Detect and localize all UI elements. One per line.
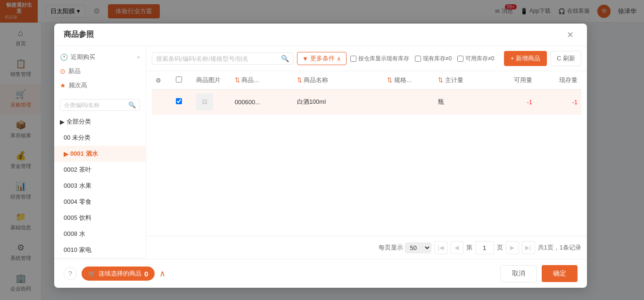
page-size-label: 每页显示 bbox=[379, 243, 403, 252]
category-item-0004[interactable]: 0004 零食 bbox=[54, 194, 146, 210]
category-panel: 🕐 近期购买 » ⊙ 新品 ★ 频次高 🔍 ▶ 全部分类 bbox=[54, 46, 146, 259]
filter-has-stock-label[interactable]: 现有库存≠0 bbox=[415, 55, 452, 63]
page-label: 第 bbox=[466, 243, 472, 252]
page-size-selector: 每页显示 10 20 50 100 bbox=[379, 242, 431, 253]
modal-close-button[interactable]: ✕ bbox=[562, 27, 578, 42]
triangle-right-icon: ▶ bbox=[60, 118, 65, 125]
chevron-up-icon[interactable]: ∧ bbox=[159, 268, 165, 279]
category-item-0008[interactable]: 0008 水 bbox=[54, 226, 146, 242]
col-header-image: 商品图片 bbox=[192, 71, 231, 90]
filter-available-stock-checkbox[interactable] bbox=[457, 56, 463, 62]
col-header-code[interactable]: ⇅ 商品... bbox=[231, 71, 293, 90]
add-product-button[interactable]: + 新增商品 bbox=[504, 51, 547, 66]
first-page-button[interactable]: |◀ bbox=[434, 241, 447, 254]
product-reference-modal: 商品参照 ✕ 🕐 近期购买 » ⊙ 新品 ★ 频次高 🔍 bbox=[54, 24, 587, 288]
category-search-icon: 🔍 bbox=[128, 101, 136, 108]
recent-buy-label: 近期购买 bbox=[71, 53, 95, 61]
filter-icon: ▼ bbox=[302, 55, 308, 62]
category-item-00[interactable]: 00 未分类 bbox=[54, 130, 146, 146]
continuous-select-button[interactable]: 🛒 连续选择的商品 0 bbox=[82, 267, 155, 281]
pagination-bar: 每页显示 10 20 50 100 |◀ ◀ 第 页 ▶ ▶| 共1页，1条记录 bbox=[146, 236, 587, 259]
category-label-0003: 0003 水果 bbox=[64, 182, 91, 190]
category-item-0005[interactable]: 0005 饮料 bbox=[54, 210, 146, 226]
row-check[interactable] bbox=[172, 90, 192, 115]
cart-count: 0 bbox=[144, 270, 148, 278]
page-number-input[interactable] bbox=[475, 241, 494, 254]
active-arrow-icon: ▶ bbox=[64, 150, 68, 158]
modal-footer: ? 🛒 连续选择的商品 0 ∧ 取消 确定 bbox=[54, 259, 587, 288]
category-item-0002[interactable]: 0002 茶叶 bbox=[54, 162, 146, 178]
category-label-0002: 0002 茶叶 bbox=[64, 166, 91, 174]
filter-bar: 🔍 ▼ 更多条件 ∧ 按仓库显示现有库存 现有库存≠0 bbox=[146, 46, 587, 71]
category-item-0003[interactable]: 0003 水果 bbox=[54, 178, 146, 194]
product-thumbnail: 🖼 bbox=[196, 93, 213, 110]
filter-available-stock-label[interactable]: 可用库存≠0 bbox=[457, 55, 494, 63]
col-header-check[interactable] bbox=[172, 71, 192, 90]
cart-label: 连续选择的商品 bbox=[99, 269, 141, 278]
page-size-select[interactable]: 10 20 50 100 bbox=[405, 242, 431, 253]
col-header-spec[interactable]: ⇅ 规格... bbox=[383, 71, 434, 90]
row-available: -1 bbox=[479, 90, 536, 115]
col-header-settings[interactable]: ⚙ bbox=[152, 71, 172, 90]
row-settings bbox=[152, 90, 172, 115]
new-icon: ⊙ bbox=[60, 67, 66, 75]
sort-arrow-unit: ⇅ bbox=[438, 76, 443, 83]
category-item-0010[interactable]: 0010 家电 bbox=[54, 242, 146, 258]
category-code-00: 00 未分类 bbox=[64, 133, 91, 142]
filter-more-button[interactable]: ▼ 更多条件 ∧ bbox=[297, 52, 347, 65]
new-products-label: 新品 bbox=[68, 67, 81, 75]
clock-icon: 🕐 bbox=[60, 53, 68, 61]
refresh-button[interactable]: C 刷新 bbox=[551, 51, 581, 66]
col-header-name[interactable]: ⇅ 商品名称 bbox=[293, 71, 384, 90]
next-page-button[interactable]: ▶ bbox=[506, 241, 519, 254]
filter-show-inventory-checkbox[interactable] bbox=[350, 56, 356, 62]
confirm-button[interactable]: 确定 bbox=[542, 265, 578, 282]
prev-page-button[interactable]: ◀ bbox=[450, 241, 463, 254]
category-search-bar: 🔍 bbox=[60, 99, 140, 111]
filter-checkboxes: 按仓库显示现有库存 现有库存≠0 可用库存≠0 bbox=[350, 55, 495, 63]
product-table-wrap: ⚙ 商品图片 ⇅ 商品... ⇅ 商品名称 ⇅ 规格... bbox=[146, 71, 587, 236]
page-unit: 页 bbox=[497, 243, 503, 252]
high-frequency-label: 频次高 bbox=[69, 81, 87, 90]
col-header-unit[interactable]: ⇅ 主计量 bbox=[434, 71, 479, 90]
category-label-0008: 0008 水 bbox=[64, 230, 85, 238]
search-icon: 🔍 bbox=[281, 55, 289, 62]
select-all-checkbox[interactable] bbox=[176, 76, 182, 83]
filter-show-inventory-label[interactable]: 按仓库显示现有库存 bbox=[350, 55, 409, 63]
last-page-button[interactable]: ▶| bbox=[522, 241, 535, 254]
product-table: ⚙ 商品图片 ⇅ 商品... ⇅ 商品名称 ⇅ 规格... bbox=[152, 71, 581, 115]
row-image: 🖼 bbox=[192, 90, 231, 115]
category-search-input[interactable] bbox=[64, 102, 126, 108]
sort-arrow-spec: ⇅ bbox=[387, 76, 392, 83]
collapse-btn[interactable]: » bbox=[137, 54, 140, 60]
high-frequency-item[interactable]: ★ 频次高 bbox=[54, 78, 146, 92]
help-button[interactable]: ? bbox=[64, 267, 77, 280]
new-products-item[interactable]: ⊙ 新品 bbox=[54, 64, 146, 78]
row-code: 000600... bbox=[231, 90, 293, 115]
col-header-stock: 现存量 bbox=[536, 71, 581, 90]
filter-more-label: 更多条件 bbox=[310, 54, 335, 63]
filter-show-inventory-text: 按仓库显示现有库存 bbox=[358, 55, 409, 63]
table-row[interactable]: 🖼 000600... 白酒100ml 瓶 -1 -1 bbox=[152, 90, 581, 115]
sort-arrow-name: ⇅ bbox=[297, 76, 302, 83]
col-header-available: 可用量 bbox=[479, 71, 536, 90]
filter-has-stock-checkbox[interactable] bbox=[415, 56, 421, 62]
category-all-item[interactable]: ▶ 全部分类 bbox=[54, 114, 146, 130]
recent-buy-item[interactable]: 🕐 近期购买 » bbox=[54, 50, 146, 64]
image-icon: 🖼 bbox=[202, 99, 207, 105]
product-search-input[interactable] bbox=[156, 55, 279, 62]
row-spec bbox=[383, 90, 434, 115]
product-search-wrap: 🔍 bbox=[152, 52, 293, 65]
content-panel: 🔍 ▼ 更多条件 ∧ 按仓库显示现有库存 现有库存≠0 bbox=[146, 46, 587, 259]
row-unit: 瓶 bbox=[434, 90, 479, 115]
category-item-0001[interactable]: ▶ 0001 酒水 bbox=[54, 146, 146, 162]
page-total-info: 共1页，1条记录 bbox=[538, 243, 581, 252]
row-checkbox[interactable] bbox=[176, 98, 182, 104]
cart-icon: 🛒 bbox=[88, 270, 96, 277]
modal-title: 商品参照 bbox=[64, 30, 562, 40]
filter-has-stock-text: 现有库存≠0 bbox=[423, 55, 452, 63]
cancel-button[interactable]: 取消 bbox=[500, 265, 537, 282]
row-stock: -1 bbox=[536, 90, 581, 115]
star-icon: ★ bbox=[60, 82, 66, 89]
sort-arrow-code: ⇅ bbox=[235, 76, 240, 83]
